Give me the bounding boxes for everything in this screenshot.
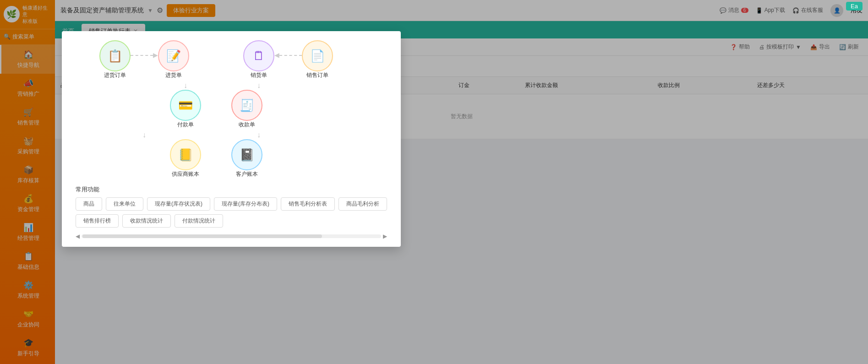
user-badge-text: Ea: [851, 3, 858, 10]
flow-node-sales-order: 📄 销售订单: [302, 40, 333, 79]
btn-partner[interactable]: 往来单位: [106, 197, 143, 211]
common-title: 常用功能: [76, 185, 387, 194]
common-functions: 常用功能 商品 往来单位 现存量(库存状况表) 现存量(库存分布表) 销售毛利分…: [76, 185, 387, 228]
btn-sales-profit[interactable]: 销售毛利分析表: [281, 197, 335, 211]
flow-popup: 📋 进货订单 ▶ 📝 进货单 ↓: [62, 31, 401, 247]
btn-sales-ranking[interactable]: 销售排行榜: [76, 214, 119, 228]
flow-node-purchase-order: 📋 进货订单: [99, 40, 131, 79]
scroll-thumb: [82, 234, 322, 238]
sales-order-label: 销售订单: [306, 71, 328, 79]
sales-order-icon2: 📄: [302, 40, 333, 71]
receipt-icon: 🧾: [231, 90, 262, 121]
purchase-order-icon: 📋: [99, 40, 131, 71]
receipt-label: 收款单: [239, 121, 255, 129]
btn-stock-dist[interactable]: 现存量(库存分布表): [214, 197, 277, 211]
supplier-ledger-icon: 📒: [170, 139, 201, 170]
payment-icon: 💳: [170, 90, 201, 121]
scroll-left-arrow[interactable]: ◀: [76, 233, 80, 239]
popup-scrollbar: ◀ ▶: [76, 233, 387, 239]
flow-node-customer-ledger: 📓 客户账本: [231, 139, 262, 178]
payment-label: 付款单: [177, 121, 194, 129]
btn-product[interactable]: 商品: [76, 197, 102, 211]
sales-label: 销货单: [251, 71, 267, 79]
btn-payment-stats[interactable]: 付款情况统计: [175, 214, 223, 228]
flow-node-payment: 💳 付款单: [170, 90, 201, 129]
flow-node-sales: 🗒 销货单: [243, 40, 274, 79]
purchase-order-label: 进货订单: [104, 71, 126, 79]
btn-receipt-stats[interactable]: 收款情况统计: [122, 214, 171, 228]
flow-node-purchase: 📝 进货单: [158, 40, 189, 79]
customer-ledger-icon: 📓: [231, 139, 262, 170]
scroll-track[interactable]: [82, 234, 381, 238]
flow-node-receipt: 🧾 收款单: [231, 90, 262, 129]
sales-icon2: 🗒: [243, 40, 274, 71]
customer-ledger-label: 客户账本: [236, 170, 258, 178]
btn-product-profit[interactable]: 商品毛利分析: [338, 197, 387, 211]
scroll-right-arrow[interactable]: ▶: [383, 233, 387, 239]
supplier-ledger-label: 供应商账本: [172, 170, 199, 178]
purchase-label: 进货单: [165, 71, 182, 79]
btn-stock-status[interactable]: 现存量(库存状况表): [147, 197, 210, 211]
common-buttons: 商品 往来单位 现存量(库存状况表) 现存量(库存分布表) 销售毛利分析表 商品…: [76, 197, 387, 211]
purchase-icon: 📝: [158, 40, 189, 71]
common-buttons-row2: 销售排行榜 收款情况统计 付款情况统计: [76, 214, 387, 228]
user-badge: Ea: [846, 2, 863, 11]
flow-node-supplier-ledger: 📒 供应商账本: [170, 139, 201, 178]
